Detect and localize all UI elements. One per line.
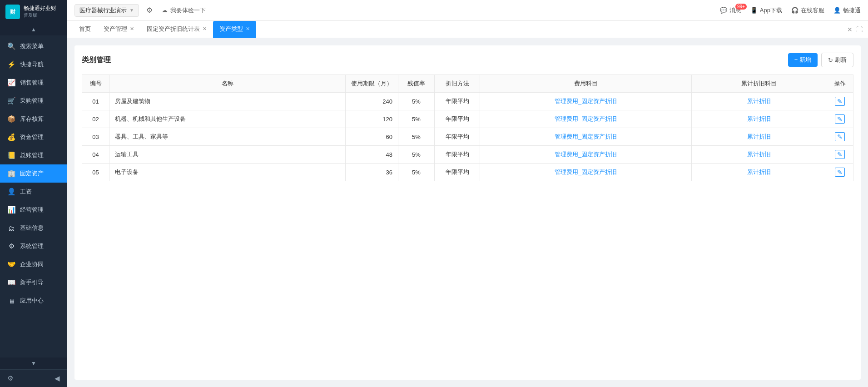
avatar-icon: 👤 bbox=[833, 7, 841, 14]
sidebar-item-销售管理[interactable]: 📈 销售管理 bbox=[0, 74, 67, 92]
tab-close-icon[interactable]: ✕ bbox=[130, 26, 134, 32]
sidebar-nav: 🔍 搜索菜单 ⚡ 快捷导航 📈 销售管理 🛒 采购管理 📦 库存核算 💰 资金管… bbox=[0, 35, 67, 357]
cell-code: 05 bbox=[82, 164, 109, 181]
sidebar-item-搜索菜单[interactable]: 🔍 搜索菜单 bbox=[0, 37, 67, 55]
edit-icon[interactable]: ✎ bbox=[835, 168, 845, 177]
sidebar-icon: 🗂 bbox=[7, 224, 15, 232]
sidebar-item-库存核算[interactable]: 📦 库存核算 bbox=[0, 110, 67, 128]
table-row: 01 房屋及建筑物 240 5% 年限平均 管理费用_固定资产折旧 累计折旧 ✎ bbox=[82, 93, 853, 110]
col-header: 费用科目 bbox=[480, 75, 692, 93]
cell-name: 机器、机械和其他生产设备 bbox=[109, 110, 346, 128]
cell-residual: 5% bbox=[398, 110, 435, 128]
tab-close-icon[interactable]: ✕ bbox=[246, 26, 250, 32]
sidebar-item-固定资产[interactable]: 🏢 固定资产 bbox=[0, 164, 67, 183]
cell-expense: 管理费用_固定资产折旧 bbox=[480, 164, 692, 181]
sidebar-item-基础信息[interactable]: 🗂 基础信息 bbox=[0, 219, 67, 237]
tab-1[interactable]: 资产管理✕ bbox=[97, 21, 140, 38]
cell-code: 04 bbox=[82, 146, 109, 164]
sidebar-item-系统管理[interactable]: ⚙ 系统管理 bbox=[0, 237, 67, 255]
cell-accum: 累计折旧 bbox=[692, 146, 826, 164]
edit-icon[interactable]: ✎ bbox=[835, 150, 845, 159]
sidebar-icon: 🤝 bbox=[7, 260, 15, 268]
sidebar-item-label: 基础信息 bbox=[20, 224, 44, 232]
sidebar-item-label: 经营管理 bbox=[20, 206, 44, 214]
page-title: 类别管理 bbox=[82, 55, 111, 65]
asset-types-table: 编号名称使用期限（月）残值率折旧方法费用科目累计折旧科目操作 01 房屋及建筑物… bbox=[82, 74, 853, 181]
sidebar-item-快捷导航[interactable]: ⚡ 快捷导航 bbox=[0, 55, 67, 74]
settings-icon[interactable]: ⚙ bbox=[7, 374, 13, 382]
window-buttons: ✕ ⛶ bbox=[847, 26, 863, 33]
sidebar-item-资金管理[interactable]: 💰 资金管理 bbox=[0, 128, 67, 146]
sidebar-item-label: 资金管理 bbox=[20, 133, 44, 141]
col-header: 累计折旧科目 bbox=[692, 75, 826, 93]
refresh-icon: ↻ bbox=[828, 57, 833, 64]
sidebar-item-label: 库存核算 bbox=[20, 115, 44, 123]
cell-residual: 5% bbox=[398, 93, 435, 110]
logo-text: 畅捷通好业财 bbox=[24, 5, 56, 12]
cell-accum: 累计折旧 bbox=[692, 164, 826, 181]
tab-0[interactable]: 首页 bbox=[73, 21, 97, 38]
headset-icon: 🎧 bbox=[791, 7, 799, 14]
sidebar-item-总账管理[interactable]: 📒 总账管理 bbox=[0, 146, 67, 164]
cell-code: 01 bbox=[82, 93, 109, 110]
online-service-btn[interactable]: 🎧 在线客服 bbox=[791, 6, 824, 15]
sidebar-scroll-up[interactable]: ▲ bbox=[29, 25, 38, 35]
sidebar-icon: 📖 bbox=[7, 278, 15, 287]
table-row: 05 电子设备 36 5% 年限平均 管理费用_固定资产折旧 累计折旧 ✎ bbox=[82, 164, 853, 181]
sidebar-item-label: 应用中心 bbox=[20, 297, 44, 305]
sidebar-item-工资[interactable]: 👤 工资 bbox=[0, 183, 67, 201]
sidebar-bottom: ⚙ ◀ bbox=[0, 369, 67, 387]
cell-period: 48 bbox=[346, 146, 398, 164]
messages-btn[interactable]: 💬 消息 99+ bbox=[720, 6, 741, 15]
new-btn[interactable]: + 新增 bbox=[788, 53, 818, 67]
sidebar-icon: 🏢 bbox=[7, 169, 15, 178]
cell-period: 240 bbox=[346, 93, 398, 110]
cell-expense: 管理费用_固定资产折旧 bbox=[480, 128, 692, 146]
collapse-icon[interactable]: ◀ bbox=[55, 374, 60, 382]
sidebar-item-企业协同[interactable]: 🤝 企业协同 bbox=[0, 255, 67, 273]
close-window-icon[interactable]: ✕ bbox=[847, 26, 853, 33]
sidebar-item-经营管理[interactable]: 📊 经营管理 bbox=[0, 201, 67, 219]
tabbar: 首页资产管理✕固定资产折旧统计表✕资产类型✕ ✕ ⛶ bbox=[67, 21, 868, 38]
cell-method: 年限平均 bbox=[435, 128, 480, 146]
user-btn[interactable]: 👤 畅捷通 bbox=[833, 6, 861, 15]
sidebar-icon: 💰 bbox=[7, 133, 15, 141]
page-actions: + 新增 ↻ 刷新 bbox=[788, 53, 853, 67]
edit-icon[interactable]: ✎ bbox=[835, 97, 845, 106]
cloud-icon: ☁ bbox=[162, 7, 168, 14]
tab-label: 资产类型 bbox=[219, 25, 243, 33]
cell-code: 02 bbox=[82, 110, 109, 128]
logo-sub: 普及版 bbox=[24, 12, 56, 19]
cell-period: 60 bbox=[346, 128, 398, 146]
col-header: 操作 bbox=[826, 75, 853, 93]
chevron-down-icon: ▼ bbox=[129, 8, 134, 13]
app-download-label: App下载 bbox=[760, 6, 782, 15]
sidebar-icon: 🛒 bbox=[7, 97, 15, 105]
sidebar-item-新手引导[interactable]: 📖 新手引导 bbox=[0, 273, 67, 292]
sidebar: 财 畅捷通好业财 普及版 ▲ 🔍 搜索菜单 ⚡ 快捷导航 📈 销售管理 🛒 采购… bbox=[0, 0, 67, 387]
tab-close-icon[interactable]: ✕ bbox=[203, 26, 207, 32]
maximize-window-icon[interactable]: ⛶ bbox=[856, 26, 863, 33]
tab-3[interactable]: 资产类型✕ bbox=[213, 21, 256, 38]
sidebar-item-应用中心[interactable]: 🖥 应用中心 bbox=[0, 292, 67, 310]
sidebar-item-采购管理[interactable]: 🛒 采购管理 bbox=[0, 92, 67, 110]
cell-method: 年限平均 bbox=[435, 164, 480, 181]
cell-name: 电子设备 bbox=[109, 164, 346, 181]
online-service-label: 在线客服 bbox=[801, 6, 824, 15]
cell-method: 年限平均 bbox=[435, 146, 480, 164]
company-selector[interactable]: 医疗器械行业演示 ▼ bbox=[74, 4, 139, 17]
topbar-right: 💬 消息 99+ 📱 App下载 🎧 在线客服 👤 畅捷通 bbox=[720, 6, 861, 15]
sidebar-item-label: 系统管理 bbox=[20, 242, 44, 250]
sidebar-icon: ⚙ bbox=[7, 242, 15, 250]
sidebar-scroll-down[interactable]: ▼ bbox=[29, 358, 38, 368]
experience-btn[interactable]: ☁ 我要体验一下 bbox=[162, 6, 206, 15]
cell-residual: 5% bbox=[398, 128, 435, 146]
tab-2[interactable]: 固定资产折旧统计表✕ bbox=[140, 21, 213, 38]
sidebar-item-label: 工资 bbox=[20, 188, 32, 196]
gear-icon[interactable]: ⚙ bbox=[144, 4, 154, 16]
refresh-btn[interactable]: ↻ 刷新 bbox=[821, 53, 853, 67]
app-download-btn[interactable]: 📱 App下载 bbox=[750, 6, 782, 15]
cell-method: 年限平均 bbox=[435, 93, 480, 110]
edit-icon[interactable]: ✎ bbox=[835, 132, 845, 141]
edit-icon[interactable]: ✎ bbox=[835, 114, 845, 124]
